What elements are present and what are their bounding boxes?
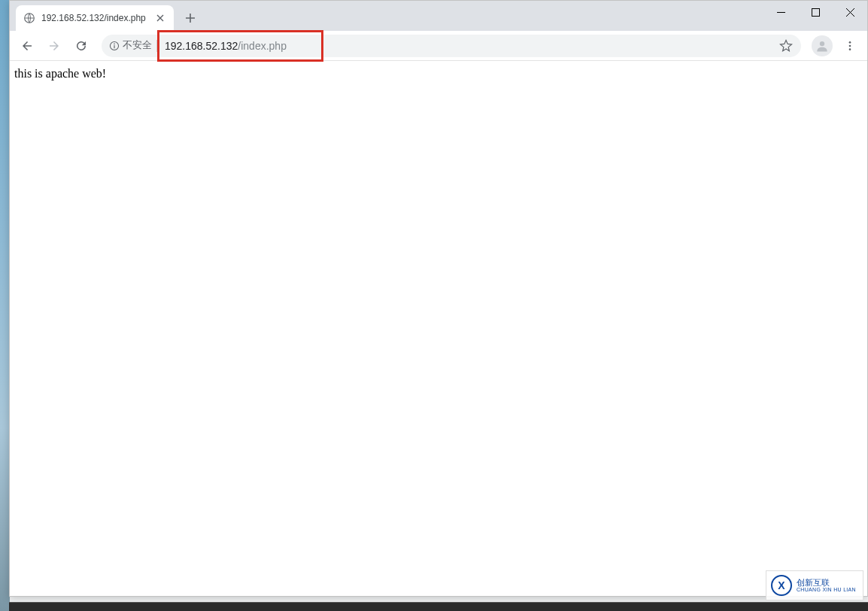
window-maximize-button[interactable] [798, 1, 833, 23]
reload-button[interactable] [68, 33, 94, 59]
back-button[interactable] [14, 33, 40, 59]
browser-toolbar: 不安全 192.168.52.132/index.php [10, 31, 867, 61]
svg-point-3 [114, 43, 115, 44]
url-path: /index.php [238, 40, 287, 52]
profile-avatar-button[interactable] [812, 35, 833, 56]
watermark-subtext: CHUANG XIN HU LIAN [797, 587, 856, 593]
info-icon [109, 41, 120, 51]
page-content: this is apache web! [10, 61, 867, 596]
watermark-badge: X 创新互联 CHUANG XIN HU LIAN [766, 570, 863, 600]
browser-tab-active[interactable]: 192.168.52.132/index.php [16, 5, 174, 31]
url-text: 192.168.52.132/index.php [165, 40, 287, 52]
forward-button[interactable] [41, 33, 67, 59]
address-bar[interactable]: 不安全 192.168.52.132/index.php [102, 35, 801, 57]
url-host: 192.168.52.132 [165, 40, 238, 52]
browser-window: 192.168.52.132/index.php [9, 0, 868, 597]
window-close-button[interactable] [833, 1, 867, 23]
window-minimize-button[interactable] [763, 1, 798, 23]
svg-point-7 [849, 44, 851, 47]
tab-strip: 192.168.52.132/index.php [10, 1, 867, 31]
watermark-brand: 创新互联 [797, 578, 856, 587]
site-security-chip[interactable]: 不安全 [109, 39, 159, 52]
svg-point-6 [849, 41, 851, 44]
page-body-text: this is apache web! [14, 67, 106, 80]
browser-menu-button[interactable] [837, 33, 863, 59]
bookmark-star-button[interactable] [778, 38, 794, 53]
new-tab-button[interactable] [180, 8, 201, 29]
globe-icon [23, 12, 35, 24]
window-controls [763, 1, 867, 23]
separator [156, 40, 157, 52]
svg-rect-1 [812, 8, 819, 16]
taskbar-sliver [9, 602, 868, 611]
insecure-label: 不安全 [123, 39, 152, 52]
svg-point-8 [849, 48, 851, 50]
watermark-logo-icon: X [771, 575, 792, 596]
svg-point-5 [820, 41, 824, 45]
tab-close-button[interactable] [154, 12, 166, 24]
tab-title: 192.168.52.132/index.php [41, 13, 154, 23]
svg-rect-4 [114, 45, 114, 48]
